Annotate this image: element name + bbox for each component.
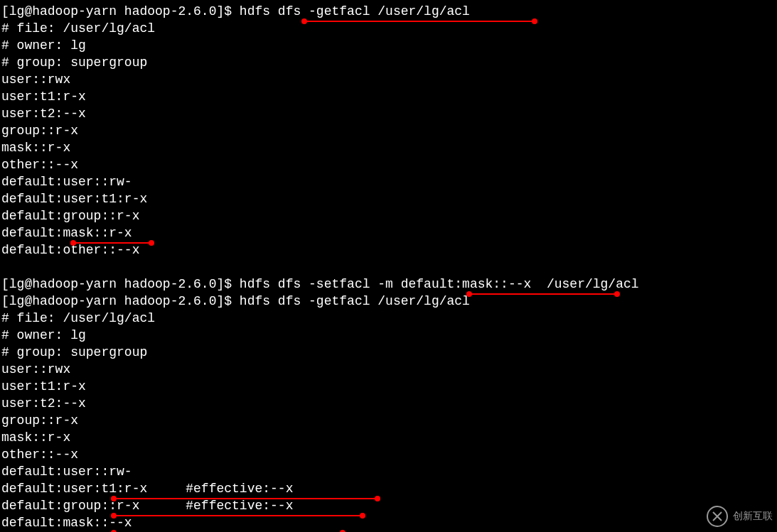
watermark: 创新互联 — [706, 505, 773, 528]
terminal-output-line: default:user::rw- — [1, 463, 777, 480]
terminal-output-line: # file: /user/lg/acl — [1, 20, 777, 37]
terminal-output-line: mask::r-x — [1, 429, 777, 446]
terminal-output-line: default:group::r-x — [1, 207, 777, 224]
terminal-prompt-line: [lg@hadoop-yarn hadoop-2.6.0]$ hdfs dfs … — [1, 276, 777, 293]
terminal-output-line: mask::r-x — [1, 139, 777, 156]
terminal-output-line: default:group::r-x #effective:--x — [1, 497, 777, 514]
terminal-output: [lg@hadoop-yarn hadoop-2.6.0]$ hdfs dfs … — [0, 0, 777, 532]
watermark-text: 创新互联 — [733, 508, 773, 525]
terminal-output-line: other::--x — [1, 446, 777, 463]
terminal-output-line: user:t1:r-x — [1, 378, 777, 395]
terminal-output-line — [1, 259, 777, 276]
terminal-output-line: default:other::--x — [1, 241, 777, 259]
terminal-output-line: default:mask::r-x — [1, 224, 777, 241]
terminal-output-line: user:t1:r-x — [1, 88, 777, 105]
terminal-output-line: default:user::rw- — [1, 173, 777, 190]
terminal-output-line: default:user:t1:r-x #effective:--x — [1, 480, 777, 497]
watermark-icon — [706, 505, 729, 528]
terminal-output-line: # group: supergroup — [1, 344, 777, 361]
terminal-output-line: other::--x — [1, 156, 777, 173]
terminal-output-line: user::rwx — [1, 361, 777, 378]
terminal-output-line: group::r-x — [1, 122, 777, 139]
terminal-output-line: # owner: lg — [1, 327, 777, 344]
terminal-output-line: user:t2:--x — [1, 105, 777, 122]
terminal-output-line: user:t2:--x — [1, 395, 777, 412]
terminal-prompt-line: [lg@hadoop-yarn hadoop-2.6.0]$ hdfs dfs … — [1, 3, 777, 20]
terminal-prompt-line: [lg@hadoop-yarn hadoop-2.6.0]$ hdfs dfs … — [1, 293, 777, 310]
terminal-output-line: group::r-x — [1, 412, 777, 429]
terminal-output-line: # owner: lg — [1, 37, 777, 54]
terminal-output-line: # group: supergroup — [1, 54, 777, 71]
terminal-output-line: default:mask::--x — [1, 514, 777, 531]
terminal-output-line: default:user:t1:r-x — [1, 190, 777, 207]
terminal-output-line: user::rwx — [1, 71, 777, 88]
terminal-output-line: # file: /user/lg/acl — [1, 310, 777, 327]
